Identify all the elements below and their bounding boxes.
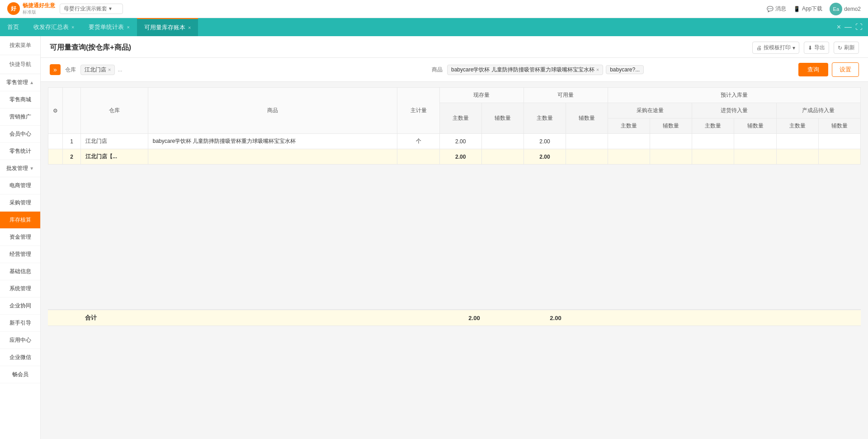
product-tags: babycare学饮杯 儿童防摔防撞吸管杯重力球吸嘴杯宝宝水杯 × babyca… xyxy=(447,65,794,75)
warehouse-more-btn[interactable]: ... xyxy=(118,66,122,73)
user-area[interactable]: Ea demo2 xyxy=(830,3,861,15)
app-download-btn[interactable]: 📱 App下载 xyxy=(793,5,822,13)
sidebar-item-newbie[interactable]: 新手引导 xyxy=(0,315,40,332)
page-title: 可用量查询(按仓库+商品) xyxy=(50,43,131,52)
setting-btn[interactable]: 设置 xyxy=(832,62,859,77)
search-menu-btn[interactable]: 搜索菜单 xyxy=(4,40,37,51)
th-stock-aux: 辅数量 xyxy=(481,103,524,134)
window-max-btn[interactable]: ⛶ xyxy=(855,23,863,31)
sidebar-item-inventory-label: 库存核算 xyxy=(9,217,31,223)
sidebar-item-retail-store[interactable]: 零售商城 xyxy=(0,91,40,109)
th-pur-transit-main: 主数量 xyxy=(608,118,650,134)
th-avail-main: 主数量 xyxy=(524,103,566,134)
query-btn[interactable]: 查询 xyxy=(798,63,828,76)
sidebar-item-marketing[interactable]: 营销推广 xyxy=(0,109,40,126)
tab-home-label: 首页 xyxy=(7,23,19,31)
print-arrow-icon: ▾ xyxy=(793,45,795,51)
sidebar-item-system[interactable]: 系统管理 xyxy=(0,280,40,297)
th-settings[interactable]: ⚙ xyxy=(48,88,63,134)
sidebar-item-operation[interactable]: 经营管理 xyxy=(0,246,40,263)
th-avail-aux: 辅数量 xyxy=(566,103,608,134)
tab-home[interactable]: 首页 xyxy=(0,18,26,36)
sidebar-item-purchase[interactable]: 采购管理 xyxy=(0,194,40,212)
th-current-stock: 现存量 xyxy=(439,88,524,103)
sidebar-item-retail-stats[interactable]: 零售统计 xyxy=(0,143,40,160)
sidebar-item-marketing-label: 营销推广 xyxy=(9,113,31,120)
th-inbound-aux: 辅数量 xyxy=(734,118,776,134)
sidebar-search-area: 搜索菜单 xyxy=(0,36,40,55)
tab-order[interactable]: 要货单统计表 × xyxy=(81,18,137,36)
export-btn[interactable]: ⬇ 导出 xyxy=(804,42,829,54)
warehouse-tag-0[interactable]: 江北门店 × xyxy=(80,65,115,75)
data-table: ⚙ 仓库 商品 主计量 现存量 可用量 预计入库量 主数量 辅数量 主数量 辅数… xyxy=(48,87,861,165)
td-sub-stock-main: 2.00 xyxy=(439,149,481,165)
sidebar-item-retail-store-label: 零售商城 xyxy=(9,96,31,103)
mobile-icon: 📱 xyxy=(793,6,800,12)
sidebar-item-appstore-label: 应用中心 xyxy=(9,337,31,343)
tab-receive-close[interactable]: × xyxy=(71,24,74,30)
tab-order-close[interactable]: × xyxy=(127,24,129,30)
printer-icon: 🖨 xyxy=(756,45,762,51)
message-btn[interactable]: 💬 消息 xyxy=(767,5,786,13)
th-available: 可用量 xyxy=(524,88,608,103)
td-sub-product-aux xyxy=(818,149,860,165)
sidebar-item-retail-label: 零售管理 xyxy=(6,79,28,85)
sidebar-item-finance[interactable]: 资金管理 xyxy=(0,229,40,246)
sidebar-item-wholesale-label: 批发管理 xyxy=(6,165,28,171)
table-row-subtotal: 2 江北门店【... 2.00 2.00 xyxy=(48,149,861,165)
sidebar-item-basic-label: 基础信息 xyxy=(9,268,31,274)
sidebar-item-inventory[interactable]: 库存核算 xyxy=(0,212,40,229)
sidebar-item-wholesale[interactable]: 批发管理 ▼ xyxy=(0,160,40,177)
avatar: Ea xyxy=(830,3,842,15)
chevron-down-icon: ▾ xyxy=(109,5,112,12)
refresh-icon: ↻ xyxy=(838,45,842,51)
header-actions: 🖨 按模板打印 ▾ ⬇ 导出 ↻ 刷新 xyxy=(752,42,859,54)
top-bar-right: 💬 消息 📱 App下载 Ea demo2 xyxy=(767,3,861,15)
refresh-label: 刷新 xyxy=(844,44,855,52)
td-sub-inbound-aux xyxy=(734,149,776,165)
toggle-icon: » xyxy=(53,66,57,73)
td-warehouse: 江北门店 xyxy=(81,134,148,149)
warehouse-tag-text: 江北门店 xyxy=(85,66,106,74)
warehouse-tags: 江北门店 × ... xyxy=(80,65,427,75)
close-all-btn[interactable]: × xyxy=(837,23,841,31)
sidebar-item-retail[interactable]: 零售管理 ▲ xyxy=(0,74,40,91)
filter-toggle-btn[interactable]: » xyxy=(50,64,61,75)
td-sub-product xyxy=(148,149,397,165)
tab-receive[interactable]: 收发存汇总表 × xyxy=(26,18,81,36)
refresh-btn[interactable]: ↻ 刷新 xyxy=(834,42,859,54)
tab-available-close[interactable]: × xyxy=(188,25,191,30)
product-tag-0-close[interactable]: × xyxy=(596,67,599,72)
th-inbound-main: 主数量 xyxy=(692,118,734,134)
table-container: ⚙ 仓库 商品 主计量 现存量 可用量 预计入库量 主数量 辅数量 主数量 辅数… xyxy=(41,82,868,439)
product-tag-0[interactable]: babycare学饮杯 儿童防摔防撞吸管杯重力球吸嘴杯宝宝水杯 × xyxy=(447,65,603,75)
logo-text-block: 畅捷通好生意 标准版 xyxy=(23,2,55,15)
product-tag-1[interactable]: babycare?... xyxy=(606,65,644,74)
warehouse-tag-close[interactable]: × xyxy=(108,67,111,72)
td-inbound-main xyxy=(692,134,734,149)
td-sub-inbound-main xyxy=(692,149,734,165)
quick-nav-btn[interactable]: 快捷导航 xyxy=(0,57,40,72)
logo-sub: 标准版 xyxy=(23,9,55,15)
sidebar-item-vip[interactable]: 畅会员 xyxy=(0,366,40,383)
sidebar-item-finance-label: 资金管理 xyxy=(9,234,31,240)
sidebar-item-appstore[interactable]: 应用中心 xyxy=(0,332,40,349)
print-btn[interactable]: 🖨 按模板打印 ▾ xyxy=(752,42,799,54)
td-sub-settings[interactable] xyxy=(48,149,63,165)
sidebar-item-basic[interactable]: 基础信息 xyxy=(0,263,40,280)
td-settings[interactable] xyxy=(48,134,63,149)
th-stock-main: 主数量 xyxy=(439,103,481,134)
warehouse-filter-label: 仓库 xyxy=(65,66,76,74)
tab-available[interactable]: 可用量库存账本 × xyxy=(137,18,198,36)
sidebar-item-member[interactable]: 会员中心 xyxy=(0,126,40,143)
message-icon: 💬 xyxy=(767,6,774,12)
logo-area: 好 畅捷通好生意 标准版 xyxy=(7,2,55,15)
sidebar-item-ecommerce[interactable]: 电商管理 xyxy=(0,177,40,194)
table-row: 1 江北门店 babycare学饮杯 儿童防摔防撞吸管杯重力球吸嘴杯宝宝水杯 个… xyxy=(48,134,861,149)
sidebar-item-wechat[interactable]: 企业微信 xyxy=(0,349,40,366)
window-min-btn[interactable]: — xyxy=(844,23,852,31)
sidebar-item-enterprise[interactable]: 企业协同 xyxy=(0,297,40,315)
td-inbound-aux xyxy=(734,134,776,149)
sidebar-item-ecommerce-label: 电商管理 xyxy=(9,182,31,189)
industry-selector[interactable]: 母婴行业演示账套 ▾ xyxy=(60,4,123,14)
